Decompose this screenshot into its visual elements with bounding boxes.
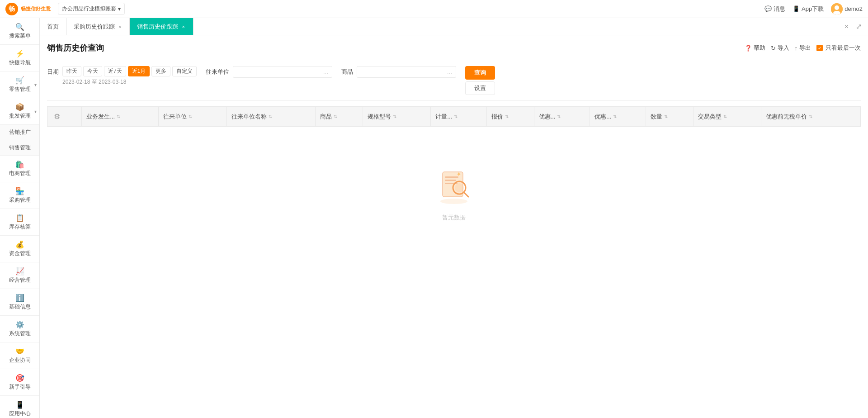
user-profile[interactable]: demo2 bbox=[831, 3, 863, 15]
table-col-biz-date[interactable]: 业务发生... ⇅ bbox=[82, 107, 159, 127]
table-col-quantity[interactable]: 数量 ⇅ bbox=[646, 107, 693, 127]
sidebar-item-beginner-guide[interactable]: 🎯 新手引导 bbox=[0, 369, 39, 396]
system-icon: ⚙️ bbox=[15, 320, 24, 329]
sidebar-item-label: 零售管理 bbox=[9, 86, 31, 93]
wholesale-icon: 📦 bbox=[15, 103, 24, 111]
window-maximize-button[interactable]: ⤢ bbox=[854, 20, 863, 33]
svg-point-9 bbox=[455, 183, 464, 192]
sidebar-item-label: 库存核算 bbox=[9, 223, 31, 231]
customer-input[interactable]: ... bbox=[233, 66, 332, 78]
product-picker-icon[interactable]: ... bbox=[447, 68, 453, 76]
table-col-unit[interactable]: 计量... ⇅ bbox=[431, 107, 487, 127]
table-col-quote[interactable]: 报价 ⇅ bbox=[487, 107, 534, 127]
sidebar-item-label: 批发管理 bbox=[9, 112, 31, 120]
tab-home[interactable]: 首页 bbox=[40, 18, 66, 35]
sort-icon: ⇅ bbox=[269, 114, 272, 119]
sidebar-item-wholesale[interactable]: 📦 批发管理 bbox=[0, 98, 39, 125]
tab-purchase-history-close[interactable]: × bbox=[118, 23, 122, 30]
basic-info-icon: ℹ️ bbox=[15, 294, 24, 302]
table-col-pretax-price[interactable]: 优惠前无税单价 ⇅ bbox=[761, 107, 861, 127]
message-action[interactable]: 💬 消息 bbox=[764, 5, 785, 13]
table-col-trade-type[interactable]: 交易类型 ⇅ bbox=[693, 107, 761, 127]
product-input[interactable]: ... bbox=[357, 66, 456, 78]
export-link[interactable]: ↑ 导出 bbox=[795, 44, 811, 52]
sidebar-item-ecommerce[interactable]: 🛍️ 电商管理 bbox=[0, 156, 39, 182]
sort-icon: ⇅ bbox=[189, 114, 192, 119]
column-settings-button[interactable]: ⚙ bbox=[52, 110, 62, 123]
tab-purchase-history[interactable]: 采购历史价跟踪 × bbox=[66, 18, 130, 35]
table-col-spec[interactable]: 规格型号 ⇅ bbox=[363, 107, 431, 127]
ecommerce-icon: 🛍️ bbox=[15, 160, 24, 169]
sidebar-sub-item-marketing[interactable]: 营销推广 bbox=[0, 125, 39, 140]
table-col-settings[interactable]: ⚙ bbox=[47, 107, 82, 127]
sidebar-item-label: 资金管理 bbox=[9, 250, 31, 257]
operations-icon: 📈 bbox=[15, 267, 24, 276]
page-actions: ❓ 帮助 ↻ 导入 ↑ 导出 ✓ 只看最后一次 bbox=[745, 44, 861, 52]
filter-bar: 日期 昨天 今天 近7天 近1月 更多 自定义 2023-02-18 至 202… bbox=[47, 61, 861, 101]
table-col-discount1[interactable]: 优惠... ⇅ bbox=[534, 107, 590, 127]
header-right: 💬 消息 📱 App下载 demo2 bbox=[764, 3, 863, 15]
header-left: 畅 畅捷信好生意 办公用品行业模拟账套 ▾ bbox=[5, 3, 125, 15]
svg-point-3 bbox=[440, 199, 467, 204]
customer-filter-label: 往来单位 bbox=[206, 66, 229, 76]
sidebar-item-quick-nav[interactable]: ⚡ 快捷导航 bbox=[0, 45, 39, 71]
help-icon: ❓ bbox=[745, 45, 752, 52]
sidebar-item-finance[interactable]: 💰 资金管理 bbox=[0, 236, 39, 262]
sidebar-item-label: 快捷导航 bbox=[9, 59, 31, 66]
tab-sales-history[interactable]: 销售历史价跟踪 × bbox=[130, 18, 193, 35]
tab-sales-history-close[interactable]: × bbox=[181, 23, 185, 30]
table-col-discount2[interactable]: 优惠... ⇅ bbox=[590, 107, 646, 127]
date-btn-7days[interactable]: 近7天 bbox=[104, 66, 126, 76]
sidebar-item-purchase[interactable]: 🏪 采购管理 bbox=[0, 182, 39, 209]
view-last-checkbox[interactable]: ✓ 只看最后一次 bbox=[816, 44, 861, 52]
import-link[interactable]: ↻ 导入 bbox=[771, 44, 789, 52]
date-range-display: 2023-02-18 至 2023-03-18 bbox=[62, 78, 197, 86]
sidebar-sub-item-sales[interactable]: 销售管理 bbox=[0, 140, 39, 156]
date-btn-1month[interactable]: 近1月 bbox=[128, 66, 150, 76]
table-col-customer-name[interactable]: 往来单位名称 ⇅ bbox=[226, 107, 316, 127]
table-col-product[interactable]: 商品 ⇅ bbox=[316, 107, 363, 127]
app-center-icon: 📱 bbox=[15, 400, 24, 409]
sidebar-item-label: 企业协同 bbox=[9, 356, 31, 364]
sidebar-item-inventory[interactable]: 📋 库存核算 bbox=[0, 209, 39, 236]
app-logo-icon: 畅 bbox=[5, 3, 18, 15]
query-button[interactable]: 查询 bbox=[465, 66, 495, 80]
app-download-action[interactable]: 📱 App下载 bbox=[793, 5, 824, 13]
date-btn-more[interactable]: 更多 bbox=[151, 66, 170, 76]
sidebar-item-label: 新手引导 bbox=[9, 383, 31, 391]
main-layout: 🔍 搜索菜单 ⚡ 快捷导航 🛒 零售管理 📦 批发管理 营销推广 销售管理 🛍️… bbox=[0, 18, 868, 418]
date-btn-today[interactable]: 今天 bbox=[83, 66, 102, 76]
sort-icon: ⇅ bbox=[664, 114, 668, 119]
sidebar-item-search-menu[interactable]: 🔍 搜索菜单 bbox=[0, 18, 39, 45]
sort-icon: ⇅ bbox=[454, 114, 458, 119]
settings-button[interactable]: 设置 bbox=[465, 81, 495, 95]
beginner-guide-icon: 🎯 bbox=[15, 374, 24, 382]
date-btn-custom[interactable]: 自定义 bbox=[172, 66, 197, 76]
table-col-customer-code[interactable]: 往来单位 ⇅ bbox=[158, 107, 226, 127]
date-quick-options: 昨天 今天 近7天 近1月 更多 自定义 bbox=[62, 66, 197, 76]
sidebar-item-app-center[interactable]: 📱 应用中心 bbox=[0, 396, 39, 418]
sidebar-item-label: 系统管理 bbox=[9, 330, 31, 337]
help-link[interactable]: ❓ 帮助 bbox=[745, 44, 765, 52]
sidebar-item-enterprise-collab[interactable]: 🤝 企业协同 bbox=[0, 342, 39, 369]
top-header: 畅 畅捷信好生意 办公用品行业模拟账套 ▾ 💬 消息 📱 App下载 demo2 bbox=[0, 0, 868, 18]
sort-icon: ⇅ bbox=[809, 114, 812, 119]
date-btn-yesterday[interactable]: 昨天 bbox=[62, 66, 81, 76]
sidebar-item-system[interactable]: ⚙️ 系统管理 bbox=[0, 316, 39, 342]
company-selector[interactable]: 办公用品行业模拟账套 ▾ bbox=[58, 3, 125, 15]
import-icon: ↻ bbox=[771, 45, 776, 52]
sidebar-item-retail[interactable]: 🛒 零售管理 bbox=[0, 71, 39, 98]
sidebar-item-label: 搜索菜单 bbox=[9, 32, 31, 40]
tab-window-actions: × ⤢ bbox=[838, 18, 868, 35]
window-close-button[interactable]: × bbox=[843, 21, 850, 33]
sidebar-item-operations[interactable]: 📈 经营管理 bbox=[0, 262, 39, 289]
enterprise-collab-icon: 🤝 bbox=[15, 347, 24, 356]
sidebar-item-label: 营销推广 bbox=[9, 129, 31, 135]
customer-filter-group: 往来单位 ... bbox=[206, 66, 332, 78]
message-icon: 💬 bbox=[764, 5, 772, 12]
sidebar-item-basic-info[interactable]: ℹ️ 基础信息 bbox=[0, 289, 39, 316]
sidebar-item-label: 采购管理 bbox=[9, 196, 31, 204]
svg-point-1 bbox=[835, 5, 839, 10]
customer-picker-icon[interactable]: ... bbox=[323, 68, 329, 76]
sort-icon: ⇅ bbox=[557, 114, 561, 119]
